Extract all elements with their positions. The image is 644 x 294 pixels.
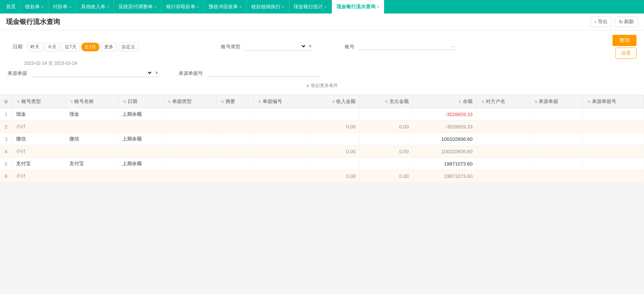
cell-voucher-no <box>254 133 307 145</box>
cell-source-doc-no <box>583 108 644 121</box>
nav-tab-tiaozhengdan[interactable]: 应收应付调整单 × <box>114 0 161 13</box>
col-label: 账号类型 <box>21 98 41 104</box>
table-row: 1 现金 现金 上期余额 -3528659.33 <box>0 108 644 121</box>
table-row: 3 微信 微信 上期余额 100102606.60 <box>0 133 644 145</box>
cell-account-name <box>65 170 119 182</box>
tab-close-icon[interactable]: × <box>107 4 109 9</box>
date-btn-7days[interactable]: 近7天 <box>62 43 80 51</box>
date-filter-label: 日期 <box>8 43 23 50</box>
cell-expense <box>360 133 413 145</box>
date-btn-today[interactable]: 今天 <box>44 43 60 51</box>
col-label: 余额 <box>463 98 473 104</box>
cell-counterparty <box>476 145 530 158</box>
cell-source-doc <box>530 145 583 158</box>
date-btn-custom[interactable]: 自定义 <box>118 43 138 51</box>
page-header: 现金银行流水查询 ↑ 导出 ↻ 刷新 <box>0 13 644 30</box>
tab-close-icon[interactable]: × <box>239 4 242 9</box>
collapse-bar[interactable]: ∧ 收起更多条件 <box>8 81 636 90</box>
cell-counterparty <box>476 133 530 145</box>
nav-tab-tongji[interactable]: 现金银行统计 × <box>289 0 332 13</box>
sort-icon[interactable]: ⇅ <box>258 100 261 104</box>
sort-icon[interactable]: ⇅ <box>221 100 224 104</box>
table-row: 2 小计 0.00 0.00 -3528659.33 <box>0 121 644 133</box>
query-button[interactable]: 查询 <box>612 35 636 46</box>
cell-account-name <box>65 121 119 133</box>
account-type-dropdown-icon: ▼ <box>308 43 313 49</box>
row-number: 5 <box>0 158 12 170</box>
cell-date: 上期余额 <box>119 108 163 121</box>
date-btn-1month[interactable]: 近1月 <box>81 43 100 51</box>
home-label: 首页 <box>6 3 16 10</box>
tab-label: 收款单 <box>25 3 40 10</box>
col-header-sourcedoc: ⇅ 来源单据 <box>530 95 583 108</box>
sort-icon[interactable]: ⇅ <box>168 100 171 104</box>
account-type-select[interactable] <box>245 43 306 49</box>
sort-icon[interactable]: ⇅ <box>70 100 73 104</box>
cell-voucher-type <box>163 133 216 145</box>
cell-voucher-type <box>163 145 216 158</box>
account-type-select-wrap: ▼ <box>245 43 312 51</box>
nav-tab-yushoudan[interactable]: 预收冲应收单 × <box>204 0 246 13</box>
sort-icon[interactable]: ⇅ <box>458 100 461 104</box>
nav-tab-qitadan[interactable]: 其他收入单 × <box>77 0 114 13</box>
cell-source-doc <box>530 121 583 133</box>
sort-icon[interactable]: ⇅ <box>123 100 126 104</box>
account-label: 账号 <box>339 43 354 50</box>
refresh-button[interactable]: ↻ 刷新 <box>615 16 638 27</box>
tab-close-icon[interactable]: × <box>377 4 379 9</box>
account-input[interactable] <box>359 43 449 49</box>
collapse-label: 收起更多条件 <box>311 82 338 89</box>
tab-close-icon[interactable]: × <box>197 4 199 9</box>
cell-account-name <box>65 145 119 158</box>
tab-close-icon[interactable]: × <box>154 4 156 9</box>
table-settings-icon[interactable]: ⚙ <box>4 99 8 104</box>
cell-account-type: 支付宝 <box>12 158 66 170</box>
date-btn-more[interactable]: 更多 <box>101 43 117 51</box>
refresh-label: 刷新 <box>624 18 634 25</box>
tab-close-icon[interactable]: × <box>41 4 44 9</box>
nav-tab-yinhangdan[interactable]: 银行存取款单 × <box>162 0 204 13</box>
col-label: 对方户名 <box>486 98 505 104</box>
tab-close-icon[interactable]: × <box>282 4 284 9</box>
col-label: 支出金额 <box>389 98 409 104</box>
nav-tab-hexiao[interactable]: 收款核销执行 × <box>247 0 289 13</box>
nav-home[interactable]: 首页 <box>2 0 21 13</box>
source-doc-num-input[interactable] <box>207 70 320 76</box>
col-header-date: ⇅ 日期 <box>119 95 163 108</box>
cell-account-name: 微信 <box>65 133 119 145</box>
cell-summary <box>216 158 253 170</box>
nav-tab-shoukuandan[interactable]: 收款单 × <box>21 0 48 13</box>
col-header-voucherno: ⇅ 单据编号 <box>254 95 307 108</box>
cell-account-name: 支付宝 <box>65 158 119 170</box>
account-dots-button[interactable]: ··· <box>450 43 457 49</box>
cell-account-type: 现金 <box>12 108 66 121</box>
cell-voucher-no <box>254 121 307 133</box>
sort-icon[interactable]: ⇅ <box>534 100 537 104</box>
source-doc-label: 来源单据 <box>8 70 27 77</box>
cell-date <box>119 121 163 133</box>
table-container: ⚙ ⇅ 账号类型 ⇅ 账号名称 ⇅ 日期 ⇅ 单据类型 <box>0 95 644 182</box>
tab-close-icon[interactable]: × <box>69 4 71 9</box>
sort-icon[interactable]: ⇅ <box>587 100 590 104</box>
tab-close-icon[interactable]: × <box>324 4 327 9</box>
export-button[interactable]: ↑ 导出 <box>590 16 612 27</box>
settings-button[interactable]: 设置 <box>615 48 636 59</box>
sort-icon[interactable]: ⇅ <box>385 100 388 104</box>
cell-voucher-type <box>163 121 216 133</box>
sort-icon[interactable]: ⇅ <box>481 100 484 104</box>
date-btn-yesterday[interactable]: 昨天 <box>27 43 43 51</box>
col-label: 摘要 <box>225 98 235 104</box>
row-number: 2 <box>0 121 12 133</box>
export-icon: ↑ <box>594 19 597 25</box>
col-header-summary: ⇅ 摘要 <box>216 95 253 108</box>
nav-tab-liushui[interactable]: 现金银行流水查询 × <box>332 0 384 13</box>
nav-tab-fukuandan[interactable]: 付款单 × <box>48 0 76 13</box>
account-input-wrap: ··· <box>359 43 456 50</box>
cell-income <box>306 158 360 170</box>
col-label: 单据类型 <box>172 98 192 104</box>
sort-icon[interactable]: ⇅ <box>17 100 20 104</box>
export-label: 导出 <box>598 18 608 25</box>
sort-icon[interactable]: ⇅ <box>332 100 335 104</box>
col-header-expense: ⇅ 支出金额 <box>360 95 413 108</box>
source-doc-select[interactable] <box>32 70 153 76</box>
